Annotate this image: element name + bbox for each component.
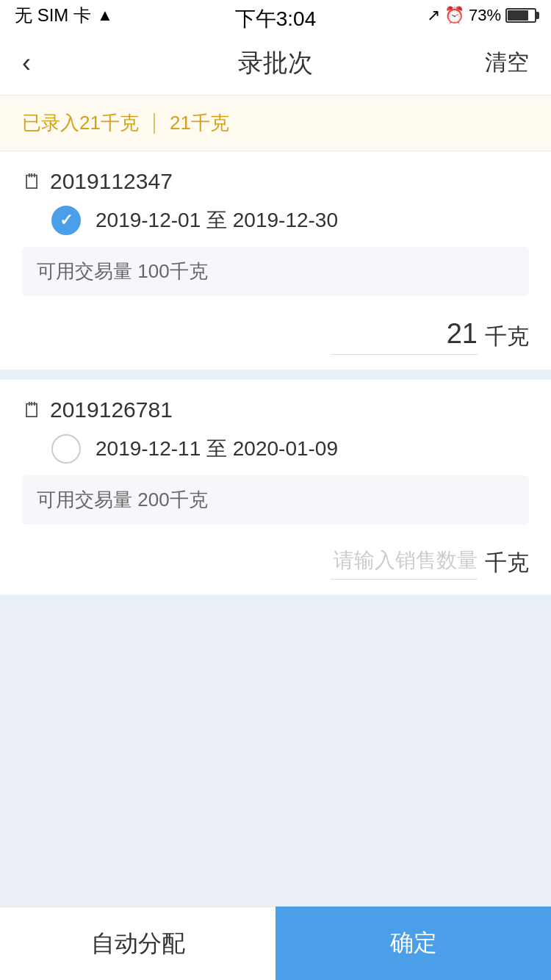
batch1-input-wrap: 21 <box>331 318 478 355</box>
battery-icon <box>505 8 536 23</box>
page-title: 录批次 <box>238 46 313 80</box>
batch2-available: 可用交易量 200千克 <box>22 475 529 525</box>
batch1-qty-row: 21 千克 <box>0 303 551 370</box>
recorded-value: 21千克 <box>170 110 229 136</box>
main-content: 已录入21千克 21千克 🗒 2019112347 2019-12-01 至 2… <box>0 96 551 907</box>
batch2-date: 2019-12-11 至 2020-01-09 <box>96 435 338 463</box>
batch1-icon: 🗒 <box>22 170 43 194</box>
back-button[interactable]: ‹ <box>22 50 31 76</box>
alarm-icon: ⏰ <box>444 6 464 25</box>
location-icon: ↗ <box>427 6 440 25</box>
batch2-avail-text: 可用交易量 200千克 <box>37 489 208 511</box>
batch2-qty-placeholder[interactable]: 请输入销售数量 <box>334 547 478 574</box>
nav-bar: ‹ 录批次 清空 <box>0 31 551 96</box>
spacer-1 <box>0 371 551 380</box>
batch1-date: 2019-12-01 至 2019-12-30 <box>96 206 338 234</box>
status-left: 无 SIM 卡 ▲ <box>15 4 113 27</box>
batch2-unit: 千克 <box>485 548 529 578</box>
batch1-avail-text: 可用交易量 100千克 <box>37 260 208 282</box>
batch2-header: 🗒 2019126781 <box>0 380 551 430</box>
batch2-icon: 🗒 <box>22 398 43 422</box>
carrier-text: 无 SIM 卡 <box>15 4 91 27</box>
confirm-button[interactable]: 确定 <box>276 907 551 980</box>
batch2-row: 2019-12-11 至 2020-01-09 <box>0 430 551 468</box>
batch1-header: 🗒 2019112347 <box>0 151 551 201</box>
batch1-qty-value[interactable]: 21 <box>433 318 478 350</box>
spacer-2 <box>0 596 551 605</box>
batch1-unit: 千克 <box>485 322 529 352</box>
wifi-icon: ▲ <box>97 6 113 25</box>
batch1-available: 可用交易量 100千克 <box>22 247 529 296</box>
batch1-card: 🗒 2019112347 2019-12-01 至 2019-12-30 可用交… <box>0 151 551 370</box>
batch2-card: 🗒 2019126781 2019-12-11 至 2020-01-09 可用交… <box>0 380 551 594</box>
batch1-row: 2019-12-01 至 2019-12-30 <box>0 201 551 239</box>
info-divider <box>154 113 155 134</box>
status-time: 下午3:04 <box>235 5 317 33</box>
batch1-id: 2019112347 <box>50 169 173 194</box>
battery-percent: 73% <box>469 6 501 25</box>
empty-area <box>0 605 551 907</box>
status-right: ↗ ⏰ 73% <box>427 6 536 25</box>
batch2-id: 2019126781 <box>50 397 173 422</box>
info-banner: 已录入21千克 21千克 <box>0 96 551 151</box>
auto-distribute-button[interactable]: 自动分配 <box>0 907 276 980</box>
batch2-input-wrap: 请输入销售数量 <box>331 547 478 580</box>
clear-button[interactable]: 清空 <box>485 48 529 78</box>
recorded-label: 已录入21千克 <box>22 110 139 136</box>
batch2-radio[interactable] <box>51 434 81 464</box>
batch1-radio[interactable] <box>51 206 81 235</box>
bottom-bar: 自动分配 确定 <box>0 907 551 980</box>
status-bar: 无 SIM 卡 ▲ 下午3:04 ↗ ⏰ 73% <box>0 0 551 31</box>
batch2-qty-row: 请输入销售数量 千克 <box>0 532 551 594</box>
